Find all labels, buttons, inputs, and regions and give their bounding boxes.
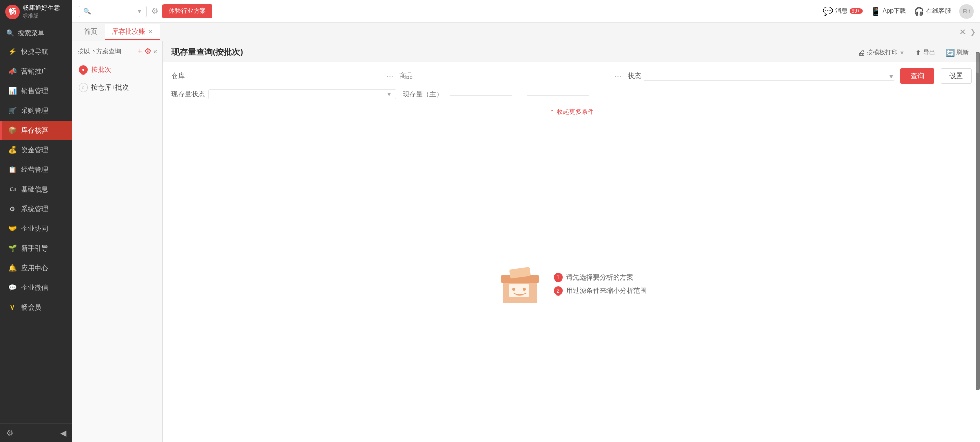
print-dropdown-icon[interactable]: ▼	[899, 50, 905, 56]
product-input-wrap[interactable]: ···	[416, 70, 621, 82]
main-area: 🔍 ▼ ⚙ 体验行业方案 💬 消息 99+ 📱 App下载 🎧 在线客服	[72, 0, 980, 442]
sidebar-item-vip[interactable]: V 畅会员	[0, 298, 72, 317]
sidebar-item-label: 经营管理	[21, 165, 48, 174]
product-field: 商品 ···	[399, 70, 621, 82]
sidebar-item-inventory[interactable]: 📦 库存核算	[0, 121, 72, 140]
sidebar-item-basic-info[interactable]: 🗂 基础信息	[0, 180, 72, 199]
filter-row-1: 仓库 ··· 商品 ···	[171, 68, 972, 84]
phone-icon: 📱	[871, 7, 881, 16]
vip-icon: V	[8, 303, 17, 312]
sidebar-item-marketing[interactable]: 📣 营销推广	[0, 62, 72, 81]
sidebar-item-operations[interactable]: 📋 经营管理	[0, 160, 72, 180]
refresh-icon: 🔄	[946, 49, 955, 57]
experience-btn[interactable]: 体验行业方案	[162, 4, 212, 18]
search-label: 搜索菜单	[18, 28, 44, 38]
sidebar-item-wechat[interactable]: 💬 企业微信	[0, 278, 72, 298]
topbar-left: 🔍 ▼ ⚙ 体验行业方案	[79, 4, 819, 18]
stock-status-label: 现存量状态	[171, 90, 205, 99]
topbar-search-input[interactable]	[93, 8, 135, 15]
app-center-icon: 🔔	[8, 263, 17, 273]
stock-qty-label: 现存量（主）	[403, 90, 443, 99]
warehouse-dots[interactable]: ···	[387, 71, 393, 81]
message-icon: 💬	[823, 6, 833, 16]
page-header-actions: 🖨 按模板打印 ▼ ⬆ 导出 🔄 刷新	[855, 47, 972, 58]
online-service-btn[interactable]: 🎧 在线客服	[914, 7, 951, 16]
sidebar-item-label: 企业协同	[21, 224, 48, 233]
status-input-wrap[interactable]: ▼	[644, 72, 894, 81]
sidebar-item-label: 基础信息	[21, 185, 48, 194]
stock-qty-from[interactable]	[450, 93, 512, 96]
quick-nav-icon: ⚡	[8, 47, 17, 56]
collapse-row[interactable]: ⌃ 收起更多条件	[171, 105, 972, 120]
sidebar-item-label: 新手引导	[21, 244, 48, 253]
sidebar-search[interactable]: 🔍 搜索菜单	[0, 24, 72, 42]
topbar-dropdown-icon[interactable]: ▼	[137, 8, 142, 14]
export-btn[interactable]: ⬆ 导出	[912, 47, 939, 58]
scheme-item-warehouse-batch[interactable]: ○ 按仓库+批次	[72, 79, 162, 96]
sidebar-item-newbie[interactable]: 🌱 新手引导	[0, 239, 72, 258]
sidebar-toggle-icon[interactable]: ◀	[60, 428, 66, 438]
query-button[interactable]: 查询	[900, 68, 934, 84]
stock-qty-to[interactable]	[527, 93, 589, 96]
left-panel-title: 按以下方案查询	[78, 47, 121, 56]
app-download-btn[interactable]: 📱 App下载	[871, 7, 906, 16]
app-download-label: App下载	[883, 7, 906, 16]
sidebar-item-enterprise[interactable]: 🤝 企业协同	[0, 219, 72, 239]
right-panel: 现存量查询(按批次) 🖨 按模板打印 ▼ ⬆ 导出 🔄 刷新	[163, 41, 980, 442]
app-name: 畅康通好生意	[23, 4, 60, 12]
topbar-search-box[interactable]: 🔍 ▼	[79, 6, 147, 17]
refresh-btn[interactable]: 🔄 刷新	[943, 47, 972, 58]
message-badge: 99+	[850, 8, 863, 14]
settings-icon[interactable]: ⚙	[6, 428, 13, 438]
empty-text-area: 1 请先选择要分析的方案 2 用过滤条件来缩小分析范围	[554, 273, 647, 296]
empty-svg	[497, 261, 543, 307]
stock-qty-field: 现存量（主） —	[403, 90, 628, 99]
operations-icon: 📋	[8, 165, 17, 174]
sidebar-header: 畅 畅康通好生意 标准版	[0, 0, 72, 24]
tab-close-icon[interactable]: ✕	[147, 28, 153, 35]
wechat-icon: 💬	[8, 283, 17, 292]
add-scheme-btn[interactable]: +	[138, 47, 142, 56]
inventory-icon: 📦	[8, 126, 17, 135]
scheme-item-label: 按仓库+批次	[91, 83, 129, 92]
sidebar: 畅 畅康通好生意 标准版 🔍 搜索菜单 ⚡ 快捷导航 📣 营销推广 📊 销售管理…	[0, 0, 72, 442]
scheme-collapse-icon[interactable]: «	[153, 47, 157, 55]
hint-1-text: 请先选择要分析的方案	[566, 273, 633, 282]
sidebar-item-quick-nav[interactable]: ⚡ 快捷导航	[0, 42, 72, 62]
search-icon: 🔍	[6, 29, 14, 37]
sidebar-item-purchase[interactable]: 🛒 采购管理	[0, 101, 72, 121]
filter-area: 仓库 ··· 商品 ···	[163, 62, 980, 126]
svg-point-5	[523, 288, 526, 291]
message-btn[interactable]: 💬 消息 99+	[823, 6, 863, 16]
sidebar-item-sales[interactable]: 📊 销售管理	[0, 81, 72, 101]
scheme-settings-icon[interactable]: ⚙	[144, 47, 151, 56]
sidebar-item-label: 营销推广	[21, 67, 48, 76]
warehouse-input-wrap[interactable]: ···	[188, 70, 393, 82]
setting-button[interactable]: 设置	[941, 68, 972, 84]
tabs-bar: 首页 库存批次账 ✕ ✕ ❯	[72, 23, 980, 41]
stock-status-field: 现存量状态 ▼	[171, 89, 396, 99]
product-dots[interactable]: ···	[615, 71, 621, 81]
panel-close-icon[interactable]: ✕	[955, 27, 970, 37]
sidebar-item-finance[interactable]: 💰 资金管理	[0, 140, 72, 160]
stock-qty-separator: —	[516, 91, 523, 98]
tab-inventory-batch-label: 库存批次账	[112, 27, 145, 36]
sidebar-item-label: 销售管理	[21, 86, 48, 96]
panel-expand-icon[interactable]: ❯	[970, 28, 976, 36]
tab-home[interactable]: 首页	[77, 24, 105, 40]
topbar-right: 💬 消息 99+ 📱 App下载 🎧 在线客服 Rit	[823, 4, 974, 19]
sidebar-item-system[interactable]: ⚙ 系统管理	[0, 199, 72, 219]
tabs-right: ✕ ❯	[955, 27, 976, 37]
user-avatar[interactable]: Rit	[959, 4, 974, 19]
tab-inventory-batch[interactable]: 库存批次账 ✕	[105, 24, 160, 40]
sidebar-item-app-center[interactable]: 🔔 应用中心	[0, 258, 72, 278]
app-edition: 标准版	[23, 12, 60, 20]
status-field: 状态 ▼	[628, 71, 894, 81]
status-arrow[interactable]: ▼	[888, 73, 894, 79]
topbar-settings-icon[interactable]: ⚙	[151, 6, 158, 16]
print-btn[interactable]: 🖨 按模板打印 ▼	[855, 47, 908, 58]
scheme-item-batch[interactable]: ● 按批次	[72, 61, 162, 79]
page-title: 现存量查询(按批次)	[171, 47, 243, 58]
stock-status-select[interactable]: ▼	[208, 89, 396, 99]
sidebar-nav: ⚡ 快捷导航 📣 营销推广 📊 销售管理 🛒 采购管理 📦 库存核算 💰 资金管…	[0, 42, 72, 423]
